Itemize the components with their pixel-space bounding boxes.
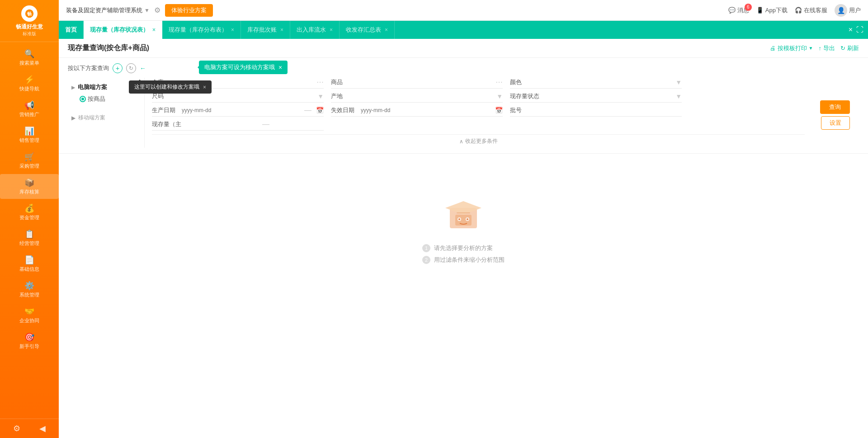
sidebar-item-guide[interactable]: 🎯 新手引导 [0,329,59,353]
message-button[interactable]: 💬 消息 6 [728,6,749,14]
expand-arrow-icon: ▶ [71,85,75,90]
collapse-up-icon: ∧ [459,138,463,145]
tab-minimize-icon[interactable]: × [849,26,853,34]
template-print-button[interactable]: 🖨 按模板打印 ▼ [770,44,813,52]
header-gear-icon[interactable]: ⚙ [154,6,160,14]
scheme-popup-close-btn[interactable]: × [278,64,282,71]
tab-close-icon[interactable]: × [330,27,333,33]
filter-sync-button[interactable]: ↻ [126,63,136,73]
app-download-button[interactable]: 📱 App下载 [756,6,788,14]
sidebar-item-finance[interactable]: 💰 资金管理 [0,200,59,225]
tab-inventory-dist-label: 现存量（库存分布表） [169,26,227,34]
reset-button[interactable]: 设置 [821,116,850,130]
product-more-icon[interactable]: ⋯ [495,78,503,86]
origin-dropdown-icon[interactable]: ▼ [496,93,503,100]
expiry-date-start[interactable] [361,107,492,113]
search-icon: 🔍 [24,49,34,59]
sidebar-item-label: 系统管理 [19,292,39,298]
template-print-label: 按模板打印 [778,44,807,52]
message-icon: 💬 [728,7,736,14]
tooltip-close-btn[interactable]: × [203,84,206,90]
size-field: 尺码 ▼ [152,92,324,103]
message-badge: 6 [745,4,752,11]
sidebar-item-system[interactable]: ⚙️ 系统管理 [0,277,59,302]
page-title-bar: 现存量查询(按仓库+商品) 🖨 按模板打印 ▼ ↑ 导出 ↻ 刷新 [59,39,868,58]
collapse-sidebar-btn[interactable]: ◀ [39,424,46,433]
filter-row-4: 现存量（主） — [152,120,805,131]
expiry-date-label: 失效日期 [331,106,358,114]
online-service-button[interactable]: 🎧 在线客服 [795,6,827,14]
collapse-bar[interactable]: ∧ 收起更多条件 [152,134,805,148]
export-icon: ↑ [819,45,822,52]
filter-add-button[interactable]: + [113,63,123,73]
mobile-scheme-item[interactable]: ▶ 移动端方案 [68,112,141,123]
app-download-label: App下载 [765,6,788,14]
sidebar-item-quick-nav[interactable]: ⚡ 快捷导航 [0,71,59,96]
export-label: 导出 [823,44,835,52]
refresh-button[interactable]: ↻ 刷新 [840,44,859,52]
calendar-icon[interactable]: 📅 [316,107,324,114]
production-date-field: 生产日期 — 📅 [152,106,324,117]
size-input[interactable] [182,93,315,100]
tab-receive-summary[interactable]: 收发存汇总表 × [340,21,395,39]
product-input[interactable] [361,79,493,85]
expand-mobile-icon: ▶ [71,115,75,121]
sidebar-item-search[interactable]: 🔍 搜索菜单 [0,45,59,70]
sidebar-item-operations[interactable]: 📋 经营管理 [0,226,59,250]
tab-batch-ledger[interactable]: 库存批次账 × [241,21,290,39]
color-dropdown-icon[interactable]: ▼ [675,79,682,86]
tab-close-icon[interactable]: × [231,27,234,33]
product-field: 商品 ⋯ [331,78,503,89]
export-button[interactable]: ↑ 导出 [819,44,835,52]
tab-in-out-flow[interactable]: 出入库流水 × [290,21,340,39]
sidebar-item-enterprise[interactable]: 🤝 企业协同 [0,303,59,328]
production-date-start[interactable] [182,107,300,113]
filter-back-button[interactable]: ← [140,65,146,72]
dropdown-icon: ▼ [809,46,813,51]
origin-label: 产地 [331,92,358,100]
calendar2-icon[interactable]: 📅 [495,107,503,114]
tab-close-icon[interactable]: × [152,27,156,33]
sidebar-item-purchase[interactable]: 🛒 采购管理 [0,148,59,173]
origin-input[interactable] [361,93,494,100]
lightning-icon: ⚡ [24,75,34,85]
status-dropdown-icon[interactable]: ▼ [675,93,682,100]
color-input[interactable] [540,79,673,85]
stock-status-input[interactable] [542,93,673,100]
title-actions: 🖨 按模板打印 ▼ ↑ 导出 ↻ 刷新 [770,44,859,52]
tooltip-text: 这里可以创建和修改方案哦 [134,83,199,91]
scheme-child-item[interactable]: 按商品 [77,93,141,105]
tab-bar: 首页 现存量（库存状况表） × 现存量（库存分布表） × 库存批次账 × 出入库… [59,21,868,39]
box-icon: 📦 [24,178,34,188]
experience-button[interactable]: 体验行业方案 [165,4,213,17]
settings-bottom-btn[interactable]: ⚙ [13,424,20,433]
batch-no-input[interactable] [540,107,682,114]
batch-no-label: 批号 [510,106,537,114]
user-menu-button[interactable]: 👤 用户 [835,4,861,17]
filter-area: 电脑方案可设为移动方案哦 × 这里可以创建和修改方案哦 × 按以下方案查询 + … [59,58,868,154]
sidebar-item-sales[interactable]: 📊 销售管理 [0,122,59,147]
sidebar-item-inventory[interactable]: 📦 库存核算 [0,174,59,199]
stock-qty-label: 现存量（主） [152,120,179,128]
stock-qty-start[interactable] [182,121,258,128]
tip-text-1: 请先选择要分析的方案 [434,244,493,252]
size-dropdown-icon[interactable]: ▼ [317,93,324,100]
sidebar-item-basic-info[interactable]: 📄 基础信息 [0,251,59,276]
chart-icon: 📊 [24,126,34,136]
target-icon: 🎯 [24,332,34,342]
tab-inventory-dist[interactable]: 现存量（库存分布表） × [162,21,241,39]
stock-qty-end[interactable] [274,121,350,128]
tab-inventory-status[interactable]: 现存量（库存状况表） × [84,21,162,39]
search-button[interactable]: 查询 [820,100,850,114]
tab-home-label: 首页 [65,26,77,34]
warehouse-more-icon[interactable]: ⋯ [316,78,324,86]
tab-close-icon[interactable]: × [385,27,388,33]
tab-home[interactable]: 首页 [59,21,84,39]
tab-maximize-icon[interactable]: ⛶ [856,26,863,34]
batch-no-field: 批号 [510,106,682,117]
sidebar-item-label: 采购管理 [19,163,39,170]
tab-close-icon[interactable]: × [280,27,283,33]
sidebar-item-marketing[interactable]: 📢 营销推广 [0,97,59,122]
sidebar-item-label: 搜索菜单 [19,60,39,66]
system-selector[interactable]: 装备及固定资产辅助管理系统 ▼ [66,6,150,14]
